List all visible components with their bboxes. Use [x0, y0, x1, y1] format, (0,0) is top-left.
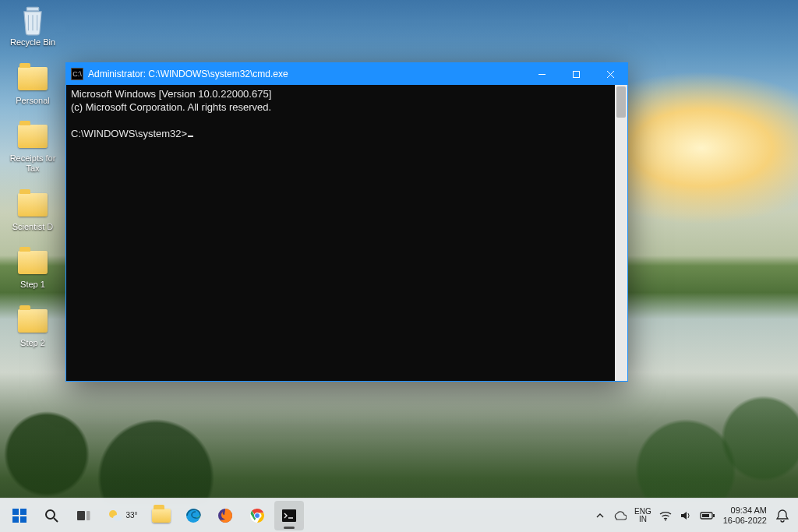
- folder-receipts-for-tax[interactable]: Receipts for Tax: [5, 121, 61, 173]
- taskview-icon: [76, 508, 91, 523]
- terminal-icon: [281, 507, 298, 524]
- volume-tray-icon[interactable]: [680, 510, 692, 521]
- folder-scientist-d[interactable]: Scientist D: [5, 189, 61, 232]
- svg-rect-19: [713, 514, 715, 517]
- icon-label: Receipts for Tax: [5, 153, 60, 173]
- weather-icon: [107, 507, 124, 524]
- recycle-bin-icon[interactable]: Recycle Bin: [5, 5, 61, 48]
- folder-icon: [152, 509, 171, 523]
- folder-icon: [18, 67, 48, 90]
- language-top: ENG: [634, 508, 651, 516]
- window-title: Administrator: C:\WINDOWS\system32\cmd.e…: [88, 69, 288, 79]
- close-button[interactable]: [593, 63, 627, 85]
- start-button[interactable]: [5, 501, 34, 530]
- svg-rect-2: [12, 509, 19, 515]
- svg-rect-16: [282, 509, 296, 522]
- windows-icon: [11, 507, 28, 524]
- desktop[interactable]: Recycle Bin Personal Receipts for Tax Sc…: [0, 0, 798, 532]
- folder-step-2[interactable]: Step 2: [5, 305, 61, 348]
- svg-rect-5: [20, 516, 26, 523]
- edge-icon: [185, 507, 202, 524]
- svg-point-17: [665, 519, 666, 520]
- firefox-button[interactable]: [210, 501, 240, 530]
- folder-personal[interactable]: Personal: [5, 63, 61, 106]
- battery-tray-icon[interactable]: [700, 511, 715, 520]
- cmd-window[interactable]: C:\ Administrator: C:\WINDOWS\system32\c…: [65, 62, 628, 382]
- taskbar-tray: ENG IN 09:34 AM 16-06-2022: [595, 506, 798, 524]
- notifications-button[interactable]: [775, 508, 790, 523]
- clock[interactable]: 09:34 AM 16-06-2022: [723, 506, 767, 524]
- cloud-icon: [613, 510, 627, 521]
- task-view-button[interactable]: [69, 501, 98, 530]
- folder-icon: [18, 193, 48, 217]
- folder-icon: [18, 125, 48, 148]
- battery-icon: [700, 511, 715, 520]
- folder-icon: [18, 309, 48, 333]
- file-explorer-button[interactable]: [147, 501, 176, 530]
- cursor-icon: [188, 136, 193, 137]
- svg-point-10: [113, 515, 122, 521]
- language-bottom: IN: [639, 516, 647, 523]
- chrome-icon: [249, 507, 266, 524]
- svg-point-6: [46, 510, 55, 519]
- icon-label: Recycle Bin: [10, 37, 55, 48]
- folder-step-1[interactable]: Step 1: [5, 247, 61, 290]
- scrollbar-thumb[interactable]: [616, 86, 626, 118]
- weather-temp: 33°: [125, 511, 137, 520]
- cmd-body: Microsoft Windows [Version 10.0.22000.67…: [66, 85, 627, 381]
- icon-label: Scientist D: [12, 222, 54, 232]
- svg-rect-3: [20, 509, 26, 515]
- speaker-icon: [680, 510, 692, 521]
- svg-rect-7: [77, 511, 85, 520]
- search-button[interactable]: [37, 501, 66, 530]
- svg-rect-8: [87, 511, 90, 520]
- clock-date: 16-06-2022: [723, 516, 767, 525]
- search-icon: [44, 508, 59, 523]
- wifi-icon: [659, 510, 672, 521]
- svg-rect-20: [702, 514, 709, 517]
- bell-icon: [775, 508, 790, 523]
- terminal-button[interactable]: [274, 501, 304, 530]
- svg-rect-4: [12, 516, 19, 523]
- cmd-prompt: C:\WINDOWS\system32>: [71, 128, 187, 139]
- taskbar-left: 33°: [0, 501, 304, 530]
- cmd-app-icon: C:\: [71, 68, 83, 80]
- chrome-button[interactable]: [242, 501, 272, 530]
- svg-rect-1: [573, 71, 579, 77]
- wifi-tray-icon[interactable]: [659, 510, 672, 521]
- desktop-icons: Recycle Bin Personal Receipts for Tax Sc…: [5, 5, 61, 347]
- onedrive-tray-icon[interactable]: [613, 510, 627, 521]
- maximize-button[interactable]: [559, 63, 593, 85]
- trash-icon: [17, 5, 48, 36]
- icon-label: Step 1: [20, 280, 45, 290]
- language-indicator[interactable]: ENG IN: [634, 508, 651, 523]
- weather-widget[interactable]: 33°: [101, 501, 144, 530]
- minimize-button[interactable]: [524, 63, 559, 85]
- taskbar: 33°: [0, 498, 798, 532]
- scrollbar[interactable]: [615, 85, 627, 381]
- cmd-line: (c) Microsoft Corporation. All rights re…: [71, 101, 271, 113]
- cmd-output[interactable]: Microsoft Windows [Version 10.0.22000.67…: [66, 85, 615, 381]
- edge-button[interactable]: [178, 501, 208, 530]
- cmd-line: Microsoft Windows [Version 10.0.22000.67…: [71, 88, 271, 100]
- icon-label: Personal: [16, 96, 49, 106]
- icon-label: Step 2: [20, 338, 45, 348]
- clock-time: 09:34 AM: [731, 506, 767, 515]
- cmd-title-bar[interactable]: C:\ Administrator: C:\WINDOWS\system32\c…: [66, 63, 627, 85]
- tray-overflow-button[interactable]: [595, 511, 605, 520]
- folder-icon: [18, 251, 48, 274]
- firefox-icon: [217, 507, 234, 524]
- chevron-up-icon: [595, 511, 605, 520]
- svg-rect-0: [26, 7, 39, 10]
